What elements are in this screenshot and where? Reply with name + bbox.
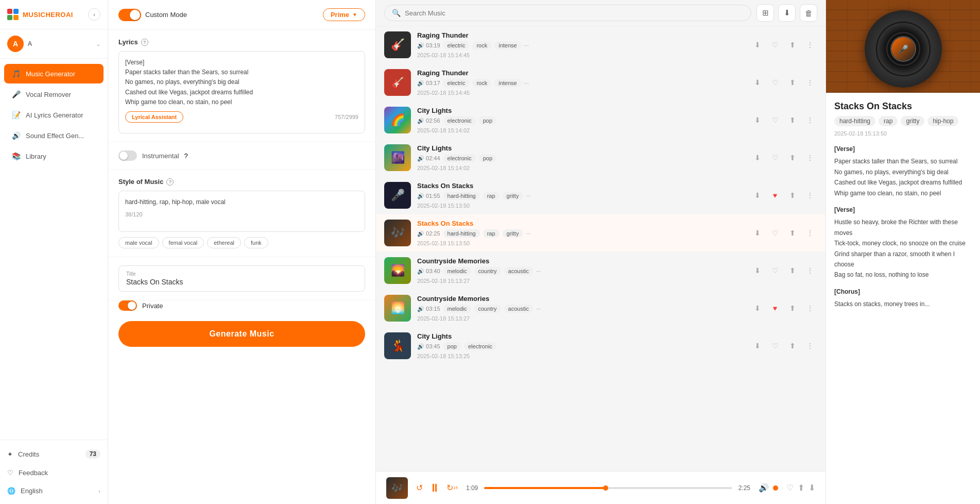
track-tag[interactable]: electric (443, 79, 470, 87)
instrumental-help-icon[interactable]: ? (184, 152, 188, 160)
more-options-button[interactable]: ⋮ (803, 301, 817, 315)
track-tag[interactable]: pop (479, 116, 496, 125)
track-tag[interactable]: intense (494, 79, 521, 87)
share-button[interactable]: ⬆ (785, 188, 800, 203)
lyrics-textarea[interactable]: [Verse] Paper stacks taller than the Sea… (118, 51, 365, 133)
style-tag-femal-vocal[interactable]: femal vocal (162, 237, 204, 248)
volume-dot[interactable] (773, 485, 778, 491)
sidebar-item-vocal-remover[interactable]: 🎤 Vocal Remover (4, 85, 104, 104)
prime-badge[interactable]: Prime ▼ (323, 8, 365, 21)
pause-button[interactable]: ⏸ (429, 481, 440, 495)
track-tag[interactable]: melodic (443, 305, 471, 313)
share-button[interactable]: ⬆ (785, 301, 800, 315)
track-tag[interactable]: acoustic (504, 305, 533, 313)
favorite-button[interactable]: ♡ (786, 483, 794, 493)
progress-bar[interactable] (484, 487, 732, 489)
like-button[interactable]: ♡ (768, 263, 782, 278)
title-input[interactable] (126, 278, 357, 286)
more-options-button[interactable]: ⋮ (803, 188, 817, 203)
forward-button[interactable]: ↻15 (446, 483, 458, 493)
download-track-button[interactable]: ⬇ (750, 38, 765, 52)
like-button[interactable]: ♡ (768, 38, 782, 52)
style-textarea[interactable]: hard-hitting, rap, hip-hop, male vocal 3… (118, 191, 365, 232)
track-row[interactable]: 🎤 Stacks On Stacks 🔊 01:55 hard-hitting … (376, 177, 826, 214)
track-tag[interactable]: rock (472, 79, 491, 87)
more-options-button[interactable]: ⋮ (803, 150, 817, 165)
share-player-button[interactable]: ⬆ (798, 483, 804, 493)
track-tag[interactable]: hard-hitting (443, 229, 480, 238)
instrumental-toggle[interactable] (118, 150, 137, 161)
track-row[interactable]: 💃 City Lights 🔊 03:45 pop electronic 202… (376, 327, 826, 365)
sidebar-item-credits[interactable]: ✦ Credits 73 (0, 444, 108, 464)
generate-music-button[interactable]: Generate Music (118, 321, 365, 347)
track-tag[interactable]: pop (479, 154, 496, 162)
right-tag[interactable]: hard-hitting (834, 116, 875, 126)
more-options-button[interactable]: ⋮ (803, 226, 817, 240)
right-tag[interactable]: hip-hop (927, 116, 958, 126)
more-options-button[interactable]: ⋮ (803, 75, 817, 90)
more-options-button[interactable]: ⋮ (803, 113, 817, 127)
style-tag-male-vocal[interactable]: male vocal (118, 237, 159, 248)
sidebar-item-library[interactable]: 📚 Library (4, 146, 104, 166)
track-row[interactable]: 🌈 City Lights 🔊 02:56 electronic pop 202… (376, 102, 826, 139)
track-tag[interactable]: rap (483, 192, 500, 200)
like-button[interactable]: ♡ (768, 150, 782, 165)
track-tag[interactable]: hard-hitting (443, 192, 480, 200)
track-tag[interactable]: electronic (464, 342, 496, 350)
more-tags[interactable]: ··· (526, 193, 530, 199)
right-tag[interactable]: rap (879, 116, 898, 126)
sidebar-item-feedback[interactable]: ♡ Feedback (0, 464, 108, 482)
filter-button[interactable]: ⊞ (757, 4, 774, 22)
more-tags[interactable]: ··· (524, 42, 529, 48)
track-tag[interactable]: rock (472, 41, 491, 49)
like-button[interactable]: ♡ (768, 75, 782, 90)
share-button[interactable]: ⬆ (785, 113, 800, 127)
custom-mode-toggle[interactable]: Custom Mode (118, 9, 187, 21)
more-tags[interactable]: ··· (526, 230, 530, 237)
lyrical-assistant-button[interactable]: Lyrical Assistant (125, 111, 183, 123)
track-tag[interactable]: intense (494, 41, 521, 49)
share-button[interactable]: ⬆ (785, 226, 800, 240)
private-toggle[interactable] (118, 300, 137, 311)
download-track-button[interactable]: ⬇ (750, 226, 765, 240)
track-row[interactable]: 🎶 Stacks On Stacks 🔊 02:25 hard-hitting … (376, 214, 826, 252)
track-tag[interactable]: electronic (443, 154, 476, 162)
delete-button[interactable]: 🗑 (800, 4, 817, 22)
track-tag[interactable]: gritty (503, 192, 523, 200)
track-tag[interactable]: electronic (443, 116, 476, 125)
track-tag[interactable]: melodic (443, 267, 471, 275)
track-tag[interactable]: gritty (503, 229, 523, 238)
track-tag[interactable]: electric (443, 41, 470, 49)
share-button[interactable]: ⬆ (785, 150, 800, 165)
more-tags[interactable]: ··· (536, 306, 541, 312)
lyrics-help-icon[interactable]: ? (141, 39, 148, 46)
more-options-button[interactable]: ⋮ (803, 263, 817, 278)
sidebar-item-language[interactable]: 🌐 English › (0, 482, 108, 500)
track-row[interactable]: 🌆 City Lights 🔊 02:44 electronic pop 202… (376, 139, 826, 177)
title-field-wrap[interactable]: Title (118, 265, 365, 292)
repeat-button[interactable]: ↺ (416, 483, 423, 493)
like-button[interactable]: ♥ (768, 188, 782, 203)
share-button[interactable]: ⬆ (785, 263, 800, 278)
track-tag[interactable]: acoustic (504, 267, 533, 275)
sidebar-item-ai-lyrics[interactable]: 📝 AI Lyrics Generator (4, 105, 104, 125)
like-button[interactable]: ♥ (768, 301, 782, 315)
download-track-button[interactable]: ⬇ (750, 339, 765, 353)
share-button[interactable]: ⬆ (785, 38, 800, 52)
volume-button[interactable]: 🔊 (759, 483, 769, 493)
download-track-button[interactable]: ⬇ (750, 75, 765, 90)
track-row[interactable]: 🌄 Countryside Memories 🔊 03:40 melodic c… (376, 252, 826, 290)
track-row[interactable]: 🎸 Raging Thunder 🔊 03:17 electric rock i… (376, 64, 826, 102)
download-track-button[interactable]: ⬇ (750, 263, 765, 278)
style-help-icon[interactable]: ? (166, 178, 174, 186)
right-tag[interactable]: gritty (901, 116, 924, 126)
style-tag-funk[interactable]: funk (244, 237, 268, 248)
more-options-button[interactable]: ⋮ (803, 339, 817, 353)
like-button[interactable]: ♡ (768, 339, 782, 353)
sidebar-item-music-generator[interactable]: 🎵 Music Generator (4, 64, 104, 83)
user-profile[interactable]: A A ⌄ (0, 29, 108, 59)
more-tags[interactable]: ··· (536, 268, 541, 274)
track-row[interactable]: 🎸 Raging Thunder 🔊 03:19 electric rock i… (376, 26, 826, 64)
download-track-button[interactable]: ⬇ (750, 150, 765, 165)
search-bar[interactable]: 🔍 (384, 5, 751, 21)
